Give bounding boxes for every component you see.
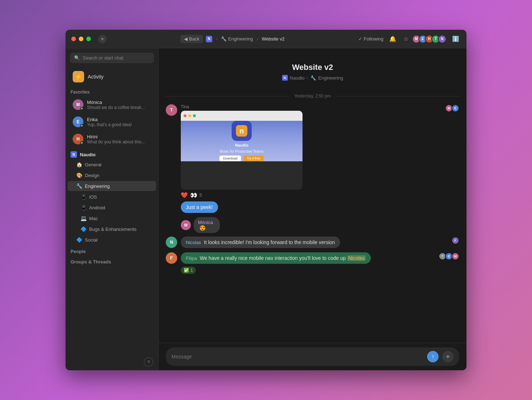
member-avatars[interactable]: M E H T N — [414, 35, 446, 43]
message-input-area: ↑ + — [159, 343, 466, 370]
favorites-header: Favorites — [66, 86, 158, 96]
message-input-wrapper: ↑ + — [166, 347, 459, 366]
new-chat-button[interactable]: + — [98, 35, 107, 43]
people-section[interactable]: People — [66, 245, 158, 256]
channel-social[interactable]: 🔷 Social — [68, 235, 156, 245]
fav-avatar-monica: M — [73, 99, 83, 110]
message-nicolas: N Nicolas It looks incredible! I'm looki… — [166, 237, 459, 248]
mention-nicolas: Nicolas — [347, 255, 366, 261]
avatar-filipa: F — [166, 252, 177, 264]
channel-title: Website v2 — [159, 63, 466, 72]
fav-avatar-hirini: H — [73, 134, 83, 144]
date-divider: Yesterday, 2:50 pm — [166, 94, 459, 99]
message-input[interactable] — [171, 354, 424, 359]
traffic-lights — [71, 37, 91, 41]
info-button[interactable]: ℹ️ — [451, 34, 461, 44]
channel-ios[interactable]: 📱 iOS — [68, 192, 156, 202]
activity-icon: ⚡ — [73, 71, 84, 82]
attachment-button[interactable]: + — [442, 351, 454, 362]
filipa-bubble: Filipa We have a really nice mobile nav … — [181, 252, 371, 264]
groups-threads-section[interactable]: Groups & Threads — [66, 256, 158, 266]
nicolas-bubble: Nicolas It looks incredible! I'm looking… — [181, 237, 340, 248]
channel-mac[interactable]: 💻 Mac — [68, 213, 156, 223]
avatar-monica-small: M — [181, 220, 191, 230]
fav-item-erika[interactable]: E Erika Yup, that's a good idea! — [68, 114, 156, 130]
naudio-logo: n — [232, 121, 252, 141]
eyes-reaction[interactable]: 👀 — [190, 192, 197, 199]
ios-icon: 📱 — [81, 194, 86, 200]
notifications-button[interactable]: 🔔 — [388, 34, 398, 44]
home-icon: 🏠 — [76, 162, 82, 167]
activity-item[interactable]: ⚡ Activity — [68, 68, 156, 85]
fav-item-hirini[interactable]: H Hirini What do you think about this... — [68, 131, 156, 147]
minimize-button[interactable] — [79, 37, 83, 41]
sidebar: 🔍 Search or start chat ⚡ Activity Favori… — [66, 48, 159, 370]
parent-channel-breadcrumb[interactable]: 🔧 Engineering — [221, 36, 253, 42]
monica-reaction-bubble: Mónica 😍 — [194, 217, 226, 233]
message-tina: T Tina n — [166, 104, 459, 213]
design-icon: 🎨 — [76, 172, 82, 178]
back-button[interactable]: ◀ Back — [180, 35, 203, 43]
avatar-nicolas: N — [166, 237, 177, 248]
tina-message-reactors: M E — [446, 104, 459, 112]
heart-reaction[interactable]: ❤️ — [181, 192, 188, 199]
send-icon: ↑ — [431, 353, 434, 360]
messages-container[interactable]: Yesterday, 2:50 pm T Tina — [159, 88, 466, 343]
fav-item-monica[interactable]: M Mónica Should we do a coffee break... — [68, 96, 156, 113]
website-preview-image[interactable]: n Naudio Music for Productive Teams Down… — [181, 111, 303, 190]
send-button[interactable]: ↑ — [427, 351, 439, 362]
online-indicator — [80, 141, 83, 144]
android-icon: 📱 — [81, 205, 86, 210]
maximize-button[interactable] — [86, 37, 91, 41]
workspace-meta-icon: N — [282, 75, 288, 81]
channel-general[interactable]: 🏠 General — [68, 159, 156, 170]
star-button[interactable]: ☆ — [402, 34, 410, 44]
search-bar[interactable]: 🔍 Search or start chat — [70, 53, 154, 63]
online-indicator — [80, 124, 83, 127]
check-icon: ✅ — [184, 268, 189, 273]
fav-avatar-erika: E — [73, 116, 83, 127]
breadcrumb: ◀ Back N › 🔧 Engineering › Website v2 — [107, 35, 358, 43]
check-reaction[interactable]: ✅ 1 — [181, 267, 196, 274]
titlebar: + ◀ Back N › 🔧 Engineering › Website v2 … — [66, 30, 466, 48]
nicolas-message-reactors: F — [453, 237, 459, 244]
workspace-icon: N — [206, 36, 212, 42]
avatar-tina: T — [166, 104, 177, 116]
check-icon: ✓ — [358, 36, 362, 42]
search-icon: 🔍 — [74, 55, 80, 61]
chat-area: Website v2 N Naudio › 🔧 Engineering Yest… — [159, 48, 466, 370]
browser-content: n Naudio Music for Productive Teams Down… — [181, 121, 303, 161]
online-indicator — [80, 107, 83, 110]
social-icon: 🔷 — [76, 237, 82, 243]
reaction-count: 5 — [199, 192, 202, 198]
mac-icon: 💻 — [81, 215, 86, 221]
following-button[interactable]: ✓ Following — [358, 36, 383, 42]
main-layout: 🔍 Search or start chat ⚡ Activity Favori… — [66, 48, 466, 370]
sender-tina: Tina — [181, 104, 443, 109]
channel-design[interactable]: 🎨 Design — [68, 170, 156, 180]
app-window: + ◀ Back N › 🔧 Engineering › Website v2 … — [66, 30, 466, 370]
workspace-nav-icon: N — [71, 151, 77, 158]
channel-android[interactable]: 📱 Android — [68, 203, 156, 213]
back-arrow-icon: ◀ — [184, 36, 188, 42]
tina-bubble: Just a peek! — [181, 201, 218, 213]
close-button[interactable] — [71, 37, 76, 41]
wrench-icon: 🔧 — [76, 183, 82, 189]
channel-bugs[interactable]: 🔷 Bugs & Enhancements — [68, 224, 156, 234]
plus-icon: + — [446, 353, 450, 361]
channel-info: Website v2 N Naudio › 🔧 Engineering — [159, 48, 466, 88]
preview-try-btn: Try it free — [243, 156, 264, 161]
wrench-meta-icon: 🔧 — [310, 75, 316, 81]
monica-reaction-row: M Mónica 😍 — [166, 217, 459, 233]
workspace-breadcrumb[interactable]: N — [206, 36, 212, 42]
preview-download-btn: Download — [219, 156, 241, 161]
help-button[interactable]: ? — [144, 357, 153, 367]
bugs-icon: 🔷 — [81, 226, 86, 232]
channel-engineering[interactable]: 🔧 Engineering — [68, 181, 156, 191]
sidebar-footer: ? — [66, 354, 158, 370]
wrench-icon: 🔧 — [221, 36, 227, 42]
channel-meta: N Naudio › 🔧 Engineering — [159, 75, 466, 81]
reactions-row: ❤️ 👀 5 — [181, 192, 443, 199]
filipa-message-reactors: ? E M — [440, 252, 459, 260]
member-avatar-5: N — [438, 35, 446, 43]
